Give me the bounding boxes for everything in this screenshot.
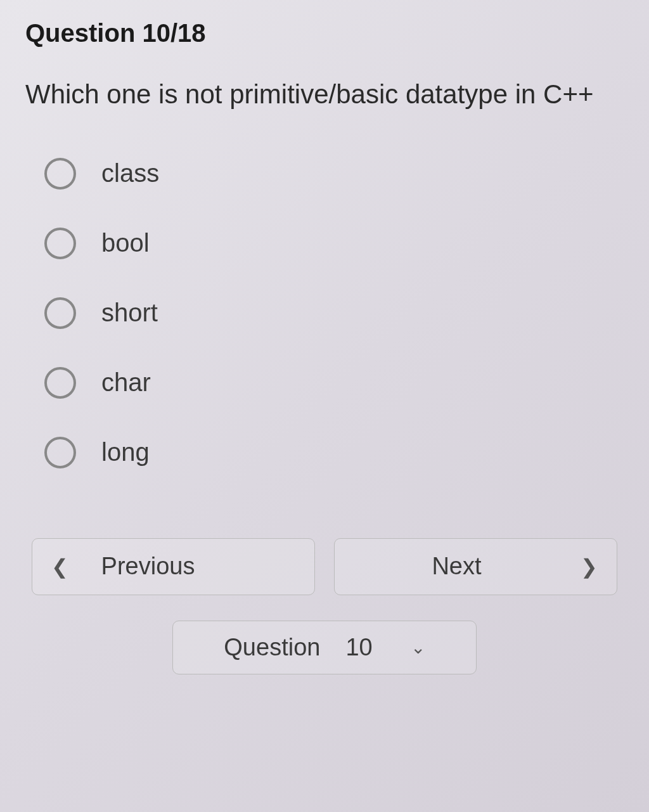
option-long[interactable]: long bbox=[44, 437, 624, 468]
radio-icon bbox=[44, 367, 76, 399]
selector-current: 10 bbox=[345, 634, 372, 661]
nav-row: ❮ Previous Next ❯ bbox=[25, 538, 624, 595]
chevron-down-icon: ⌄ bbox=[411, 637, 425, 658]
previous-label: Previous bbox=[101, 553, 195, 580]
selector-row: Question 10 ⌄ bbox=[25, 621, 624, 674]
question-text: Which one is not primitive/basic datatyp… bbox=[25, 76, 624, 113]
radio-icon bbox=[44, 297, 76, 329]
option-label: class bbox=[101, 159, 159, 188]
radio-icon bbox=[44, 437, 76, 468]
previous-button[interactable]: ❮ Previous bbox=[32, 538, 315, 595]
selector-prefix: Question bbox=[224, 634, 320, 661]
option-short[interactable]: short bbox=[44, 297, 624, 329]
option-char[interactable]: char bbox=[44, 367, 624, 399]
option-label: short bbox=[101, 299, 158, 327]
option-class[interactable]: class bbox=[44, 158, 624, 190]
chevron-right-icon: ❯ bbox=[581, 555, 598, 579]
question-selector[interactable]: Question 10 ⌄ bbox=[172, 621, 477, 674]
next-label: Next bbox=[432, 553, 481, 580]
option-label: long bbox=[101, 438, 150, 467]
next-button[interactable]: Next ❯ bbox=[334, 538, 617, 595]
question-counter: Question 10/18 bbox=[25, 19, 624, 48]
option-bool[interactable]: bool bbox=[44, 228, 624, 259]
option-label: bool bbox=[101, 229, 150, 257]
radio-icon bbox=[44, 228, 76, 259]
options-list: class bool short char long bbox=[25, 158, 624, 468]
option-label: char bbox=[101, 368, 151, 397]
radio-icon bbox=[44, 158, 76, 190]
chevron-left-icon: ❮ bbox=[51, 555, 68, 579]
